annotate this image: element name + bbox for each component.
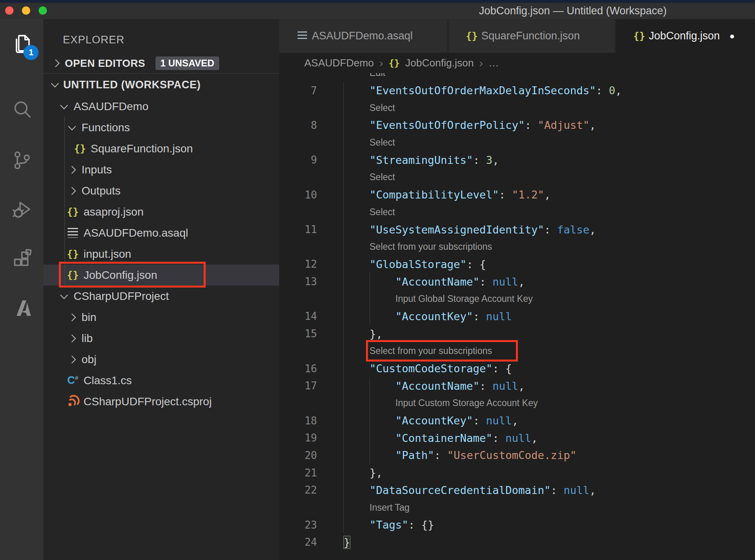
source-control-icon[interactable] <box>0 140 43 181</box>
tree-item-functions[interactable]: Functions <box>43 117 279 138</box>
codelens-link[interactable]: Insert Tag <box>344 502 410 513</box>
unsaved-dot-icon[interactable]: ● <box>730 31 735 41</box>
open-editors-section[interactable]: OPEN EDITORS 1 UNSAVED <box>43 53 279 73</box>
tree-item-squarefunction-json[interactable]: {}SquareFunction.json <box>43 138 279 159</box>
line-number: 17 <box>279 380 317 392</box>
code-line-text[interactable]: "DataSourceCredentialDomain": null, <box>344 484 596 496</box>
window-title: JobConfig.json — Untitled (Workspace) <box>414 3 732 19</box>
tab-jobconfig-json[interactable]: {} JobConfig.json ● <box>616 19 755 53</box>
codelens-row: Select from your subscriptions <box>279 238 755 256</box>
tree-item-bin[interactable]: bin <box>43 307 279 328</box>
tree-item-jobconfig-json[interactable]: {}JobConfig.json <box>43 264 279 286</box>
code-editor[interactable]: Edit7 "EventsOutOfOrderMaxDelayInSeconds… <box>279 73 755 560</box>
tree-item-label: SquareFunction.json <box>91 142 193 155</box>
codelens-link[interactable]: Input Custom Storage Account Key <box>344 398 538 408</box>
code-line-text[interactable]: "UseSystemAssignedIdentity": false, <box>344 224 596 236</box>
tree-item-csharpudfproject[interactable]: CSharpUDFProject <box>43 286 279 307</box>
code-line-20[interactable]: 20 "Path": "UserCustomCode.zip" <box>279 447 755 464</box>
tree-item-input-json[interactable]: {}input.json <box>43 243 279 264</box>
line-number: 19 <box>279 432 317 444</box>
line-number: 9 <box>279 154 317 166</box>
code-line-text[interactable]: "EventsOutOfOrderPolicy": "Adjust", <box>344 119 596 131</box>
tree-item-lib[interactable]: lib <box>43 328 279 349</box>
tab-asaudfdemo-asaql[interactable]: ASAUDFDemo.asaql <box>279 19 447 53</box>
codelens-link[interactable]: Select <box>344 207 395 218</box>
code-line-text[interactable]: "AccountKey": null <box>344 310 512 323</box>
code-line-21[interactable]: 21 }, <box>279 464 755 482</box>
minimize-window-button[interactable] <box>22 6 30 15</box>
code-line-text[interactable]: "CustomCodeStorage": { <box>344 362 512 375</box>
line-number: 13 <box>279 276 317 288</box>
tree-item-asaudfdemo-asaql[interactable]: ASAUDFDemo.asaql <box>43 222 279 243</box>
code-line-16[interactable]: 16 "CustomCodeStorage": { <box>279 360 755 377</box>
code-line-24[interactable]: 24} <box>279 534 755 551</box>
codelens-link[interactable]: Select from your subscriptions <box>344 346 492 356</box>
maximize-window-button[interactable] <box>39 6 47 15</box>
code-line-19[interactable]: 19 "ContainerName": null, <box>279 429 755 447</box>
tree-item-obj[interactable]: obj <box>43 349 279 370</box>
editor-group: ASAUDFDemo.asaql {} SquareFunction.json … <box>279 19 755 560</box>
breadcrumb-symbol[interactable]: … <box>488 57 499 69</box>
breadcrumb: ASAUDFDemo › {} JobConfig.json › … <box>279 53 755 73</box>
code-line-text[interactable]: "AccountName": null, <box>344 276 525 288</box>
code-line-17[interactable]: 17 "AccountName": null, <box>279 377 755 395</box>
tree-item-class1-cs[interactable]: C#Class1.cs <box>43 370 279 391</box>
tree-item-csharpudfproject-csproj[interactable]: CSharpUDFProject.csproj <box>43 391 279 412</box>
code-line-13[interactable]: 13 "AccountName": null, <box>279 273 755 290</box>
tree-item-asaproj-json[interactable]: {}asaproj.json <box>43 201 279 222</box>
codelens-link[interactable]: Select <box>344 103 395 113</box>
explorer-icon[interactable]: 1 <box>0 23 43 65</box>
code-line-22[interactable]: 22 "DataSourceCredentialDomain": null, <box>279 482 755 499</box>
code-line-11[interactable]: 11 "UseSystemAssignedIdentity": false, <box>279 221 755 238</box>
code-line-9[interactable]: 9 "StreamingUnits": 3, <box>279 151 755 169</box>
code-line-text[interactable]: "AccountName": null, <box>344 380 525 392</box>
code-line-text[interactable]: "GlobalStorage": { <box>344 258 486 270</box>
code-line-text[interactable]: "Tags": {} <box>344 519 434 531</box>
tree-item-label: CSharpUDFProject.csproj <box>84 395 212 408</box>
workspace-section[interactable]: UNTITLED (WORKSPACE) <box>43 74 279 96</box>
codelens-link[interactable]: Input Global Storage Account Key <box>344 294 533 304</box>
code-line-15[interactable]: 15 }, <box>279 325 755 342</box>
run-debug-icon[interactable] <box>0 189 43 230</box>
code-line-text[interactable]: }, <box>344 328 383 340</box>
codelens-link[interactable]: Select <box>344 137 395 148</box>
code-line-text[interactable]: }, <box>344 467 383 479</box>
azure-icon[interactable] <box>0 288 43 329</box>
code-line-text[interactable]: "StreamingUnits": 3, <box>344 154 499 166</box>
code-line-8[interactable]: 8 "EventsOutOfOrderPolicy": "Adjust", <box>279 117 755 134</box>
tree-item-asaudfdemo[interactable]: ASAUDFDemo <box>43 96 279 117</box>
code-line-text[interactable]: "Path": "UserCustomCode.zip" <box>344 449 576 461</box>
code-line-text[interactable]: } <box>344 536 350 548</box>
code-line-18[interactable]: 18 "AccountKey": null, <box>279 412 755 430</box>
code-line-12[interactable]: 12 "GlobalStorage": { <box>279 256 755 273</box>
code-line-text[interactable]: "ContainerName": null, <box>344 432 538 444</box>
workspace-label: UNTITLED (WORKSPACE) <box>63 79 200 91</box>
code-line-23[interactable]: 23 "Tags": {} <box>279 516 755 534</box>
vscode-window: JobConfig.json — Untitled (Workspace) 1 <box>0 0 755 560</box>
chevron-down-icon <box>68 122 76 130</box>
tab-label: SquareFunction.json <box>481 30 580 42</box>
code-line-7[interactable]: 7 "EventsOutOfOrderMaxDelayInSeconds": 0… <box>279 82 755 99</box>
codelens-link[interactable]: Edit <box>344 73 385 78</box>
code-line-text[interactable]: "CompatibilityLevel": "1.2", <box>344 189 551 201</box>
code-line-text[interactable]: "AccountKey": null, <box>344 414 518 427</box>
breadcrumb-file[interactable]: JobConfig.json <box>405 57 474 69</box>
search-icon[interactable] <box>0 89 43 130</box>
close-window-button[interactable] <box>5 6 14 15</box>
tree-item-inputs[interactable]: Inputs <box>43 159 279 180</box>
csproj-feed-icon <box>66 396 80 407</box>
code-line-14[interactable]: 14 "AccountKey": null <box>279 308 755 325</box>
line-number: 15 <box>279 328 317 340</box>
tree-item-label: CSharpUDFProject <box>74 290 169 303</box>
code-line-text[interactable]: "EventsOutOfOrderMaxDelayInSeconds": 0, <box>344 84 622 97</box>
tree-item-label: Functions <box>82 121 130 134</box>
line-number: 14 <box>279 310 317 322</box>
breadcrumb-folder[interactable]: ASAUDFDemo <box>304 57 374 69</box>
code-line-10[interactable]: 10 "CompatibilityLevel": "1.2", <box>279 186 755 204</box>
tab-squarefunction-json[interactable]: {} SquareFunction.json <box>449 19 615 53</box>
top-strip <box>0 0 755 3</box>
extensions-icon[interactable] <box>0 238 43 280</box>
codelens-link[interactable]: Select <box>344 172 395 183</box>
codelens-link[interactable]: Select from your subscriptions <box>344 241 492 252</box>
tree-item-outputs[interactable]: Outputs <box>43 180 279 201</box>
